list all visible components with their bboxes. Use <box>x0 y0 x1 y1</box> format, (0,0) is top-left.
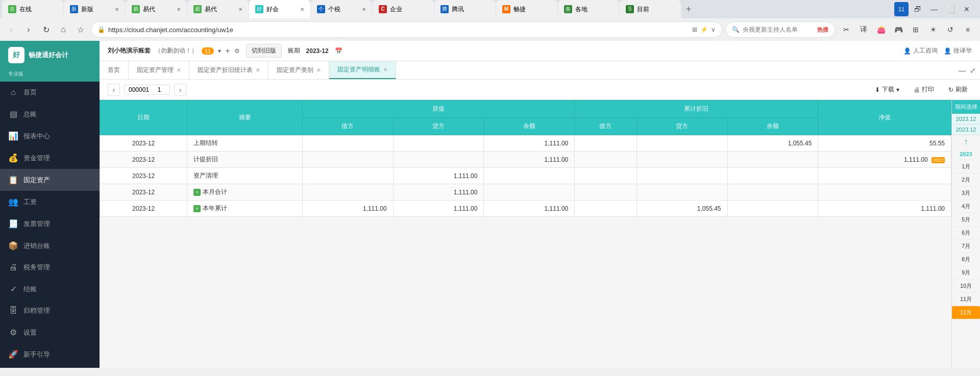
settings-account-icon[interactable]: ⚙ <box>234 47 240 55</box>
restore-window-icon[interactable]: 🗗 <box>911 2 925 16</box>
period-month-11[interactable]: 11月 <box>952 293 980 306</box>
table-cell-net-value <box>818 168 951 184</box>
tab-depreciation[interactable]: 固定资产折旧统计表 ✕ <box>189 61 268 79</box>
download-dropdown-icon[interactable]: ▾ <box>896 86 899 93</box>
address-bar[interactable]: 🔒 https://cloud.chanjet.com/accounting/u… <box>91 21 722 38</box>
maximize-icon[interactable]: ⬜ <box>943 2 958 16</box>
bookmark-button[interactable]: ☆ <box>74 22 88 37</box>
browser-tab-changjie[interactable]: M 畅捷 <box>496 0 557 18</box>
period-month-8[interactable]: 8月 <box>952 253 980 266</box>
tab-close-icon[interactable]: ✕ <box>300 7 304 12</box>
sidebar-item-payroll[interactable]: 👥 工资 <box>0 191 100 213</box>
translate-icon[interactable]: 译 <box>855 21 872 38</box>
tab-favicon: 易 <box>193 5 202 13</box>
sidebar-item-funds[interactable]: 💰 资金管理 <box>0 147 100 169</box>
print-button[interactable]: 🖨 打印 <box>910 83 938 96</box>
table-cell <box>727 168 818 184</box>
period-month-4[interactable]: 4月 <box>952 200 980 213</box>
forward-button[interactable]: › <box>21 22 36 37</box>
sidebar-item-guide[interactable]: 🚀 新手引导 <box>0 343 100 365</box>
period-selected-end: 2023.12 <box>952 124 980 135</box>
wallet-icon[interactable]: 👛 <box>873 21 889 38</box>
refresh-button[interactable]: ↻ 刷新 <box>944 83 972 96</box>
period-month-5[interactable]: 5月 <box>952 213 980 227</box>
tab-close-icon[interactable]: ✕ <box>115 7 119 12</box>
grid-icon[interactable]: ⊞ <box>908 21 924 38</box>
period-month-2[interactable]: 2月 <box>952 173 980 187</box>
tab-close-icon[interactable]: ✕ <box>256 67 260 73</box>
browser-tab-tencent[interactable]: 腾 腾讯 <box>434 0 496 18</box>
browser-tab-gedi[interactable]: 各 各地 <box>558 0 619 18</box>
browser-tab-yidai2[interactable]: 易 易代 ✕ <box>187 0 249 18</box>
sun-icon[interactable]: ☀ <box>925 21 941 38</box>
sidebar-item-inventory[interactable]: 📦 进销台账 <box>0 235 100 257</box>
switch-version-button[interactable]: 切到旧版 <box>246 44 282 58</box>
browser-tab-online[interactable]: 在 在线 <box>2 0 63 18</box>
tab-close-icon[interactable]: ✕ <box>177 7 181 12</box>
table-cell <box>575 184 636 200</box>
support-button[interactable]: 👤 人工咨询 <box>903 46 938 55</box>
search-box[interactable]: 🔍 热搜 <box>725 21 835 38</box>
sidebar-item-tax[interactable]: 🖨 税务管理 <box>0 257 100 278</box>
prev-page-button[interactable]: ‹ <box>108 84 120 96</box>
menu-icon[interactable]: ≡ <box>960 21 976 38</box>
close-window-icon[interactable]: ✕ <box>960 2 974 16</box>
sidebar-item-invoice[interactable]: 🧾 发票管理 <box>0 213 100 235</box>
history-icon[interactable]: ↺ <box>942 21 959 38</box>
search-input[interactable] <box>743 26 814 33</box>
funds-nav-icon: 💰 <box>8 153 18 163</box>
browser-tab-haohui[interactable]: 好 好会 ✕ <box>249 0 310 18</box>
sidebar-item-archive[interactable]: 🗄 归档管理 <box>0 300 100 321</box>
browser-tab-geshui[interactable]: 个 个税 ✕ <box>311 0 372 18</box>
browser-tab-bar: 在 在线 新 新版 ✕ 易 易代 ✕ 易 易代 ✕ 好 好会 ✕ 个 个税 ✕ <box>0 0 980 18</box>
sidebar-item-ledger[interactable]: ▤ 总账 <box>0 103 100 125</box>
scissors-icon[interactable]: ✂ <box>838 21 854 38</box>
period-month-6[interactable]: 6月 <box>952 227 980 240</box>
period-month-3[interactable]: 3月 <box>952 187 980 200</box>
period-scroll-up[interactable]: ↑ <box>952 135 980 148</box>
tab-close-icon[interactable]: ✕ <box>383 67 387 72</box>
refresh-button[interactable]: ↻ <box>39 22 53 37</box>
period-month-12[interactable]: 12月 <box>952 306 980 319</box>
tab-home[interactable]: 首页 <box>100 61 129 79</box>
period-month-7[interactable]: 7月 <box>952 240 980 253</box>
minimize-tab-icon[interactable]: — <box>959 66 966 74</box>
minimize-icon[interactable]: — <box>927 2 941 16</box>
browser-tab-yidai1[interactable]: 易 易代 ✕ <box>126 0 187 18</box>
logo-text: 畅捷通好会计 <box>29 51 68 60</box>
sidebar-item-fixed-assets[interactable]: 📋 固定资产 <box>0 169 100 191</box>
tab-close-icon[interactable]: ✕ <box>238 7 242 12</box>
table-row: 2023-12+本年累计1,111.001,111.001,111.001,05… <box>100 200 951 217</box>
tab-category[interactable]: 固定资产类别 ✕ <box>268 61 329 79</box>
sidebar-item-closing[interactable]: ✓ 结账 <box>0 278 100 300</box>
page-index-input[interactable] <box>153 86 165 93</box>
download-button[interactable]: ⬇ 下载 ▾ <box>871 83 903 96</box>
new-tab-button[interactable]: + <box>681 0 696 18</box>
browser-tab-muqian[interactable]: S 目前 <box>620 0 681 18</box>
sidebar-item-settings[interactable]: ⚙ 设置 <box>0 321 100 343</box>
calendar-icon[interactable]: 📅 <box>335 47 342 55</box>
tab-close-icon[interactable]: ✕ <box>362 7 366 12</box>
expand-tab-icon[interactable]: ⤢ <box>970 66 976 74</box>
chevron-down-icon[interactable]: ∨ <box>711 26 716 33</box>
home-button[interactable]: ⌂ <box>56 22 70 37</box>
tab-close-icon[interactable]: ✕ <box>316 67 321 73</box>
user-button[interactable]: 👤 徐译华 <box>944 46 972 55</box>
browser-tab-new[interactable]: 新 新版 ✕ <box>64 0 125 18</box>
account-dropdown-icon[interactable]: ▾ <box>218 47 221 55</box>
tab-detail[interactable]: 固定资产明细账 ✕ <box>329 61 396 79</box>
period-month-9[interactable]: 9月 <box>952 266 980 280</box>
tab-close-icon[interactable]: ✕ <box>177 67 181 73</box>
gamepad-icon[interactable]: 🎮 <box>890 21 906 38</box>
next-page-button[interactable]: › <box>174 84 186 96</box>
add-account-icon[interactable]: + <box>225 46 230 56</box>
period-month-10[interactable]: 10月 <box>952 280 980 293</box>
sidebar-item-home[interactable]: ⌂ 首页 <box>0 82 100 103</box>
sidebar-item-reports[interactable]: 📊 报表中心 <box>0 125 100 147</box>
period-month-1[interactable]: 1月 <box>952 160 980 173</box>
back-button[interactable]: ‹ <box>4 22 18 37</box>
browser-tab-qiye[interactable]: C 企业 <box>373 0 434 18</box>
tab-label: 固定资产明细账 <box>337 65 380 74</box>
tab-fixed-mgmt[interactable]: 固定资产管理 ✕ <box>129 61 189 79</box>
table-cell <box>575 168 636 184</box>
